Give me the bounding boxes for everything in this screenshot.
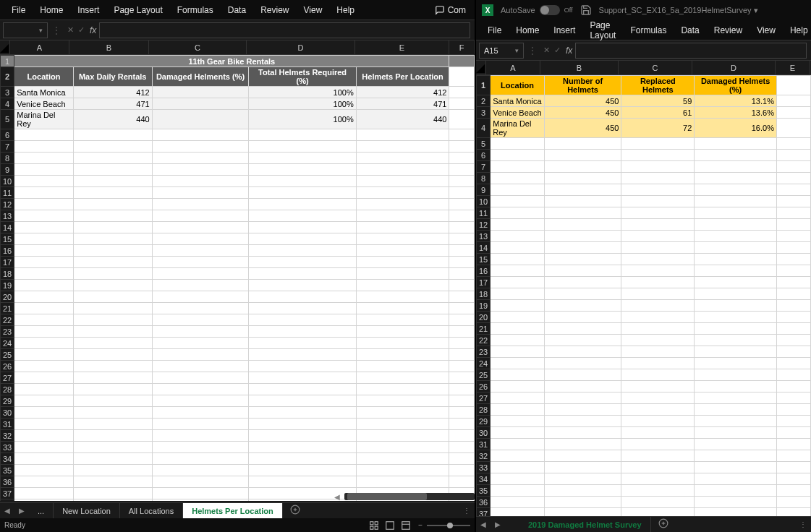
cell[interactable]	[695, 300, 777, 312]
table-row[interactable]: 13	[1, 210, 475, 222]
cell[interactable]	[449, 164, 475, 176]
row-header[interactable]: 28	[477, 404, 491, 416]
row-header[interactable]: 20	[477, 312, 491, 323]
cell[interactable]	[449, 303, 475, 314]
table-row[interactable]: 20	[477, 312, 811, 323]
cell[interactable]	[14, 129, 74, 141]
table-row[interactable]: 16	[477, 265, 811, 277]
cell[interactable]	[491, 277, 544, 288]
cell[interactable]	[621, 416, 695, 427]
cell[interactable]	[491, 346, 544, 358]
cell[interactable]	[73, 233, 152, 245]
cell[interactable]: Venice Beach	[14, 98, 74, 110]
cell[interactable]: 440	[356, 110, 449, 129]
cell[interactable]	[695, 462, 777, 473]
cell[interactable]	[152, 245, 249, 257]
cell[interactable]	[544, 277, 621, 288]
cell[interactable]: 412	[73, 87, 152, 98]
row-header[interactable]: 26	[1, 361, 14, 372]
cell[interactable]	[14, 153, 74, 164]
cell[interactable]: Venice Beach	[491, 107, 544, 119]
save-icon[interactable]	[580, 4, 592, 16]
tab-formulas[interactable]: Formulas	[623, 20, 674, 40]
cell[interactable]	[249, 349, 356, 361]
select-all-corner[interactable]: ◢	[0, 40, 10, 54]
col-header-e[interactable]: E	[355, 40, 449, 54]
cell[interactable]	[14, 291, 74, 303]
row-header[interactable]: 21	[477, 323, 491, 335]
cell[interactable]	[152, 199, 249, 210]
cell[interactable]	[356, 349, 449, 361]
cell[interactable]	[152, 395, 249, 407]
cell[interactable]	[449, 314, 475, 326]
cell[interactable]	[776, 508, 810, 517]
table-row[interactable]: 3 Venice Beach 450 61 13.6%	[477, 107, 811, 119]
cell[interactable]: 471	[73, 98, 152, 110]
cell[interactable]	[14, 141, 74, 153]
cell[interactable]	[621, 439, 695, 450]
cell[interactable]	[776, 242, 810, 254]
header-location[interactable]: Location	[14, 67, 74, 87]
row-header[interactable]: 17	[477, 277, 491, 288]
cell[interactable]	[491, 196, 544, 207]
table-row[interactable]: 15	[1, 233, 475, 245]
header-replaced[interactable]: Replaced Helmets	[621, 76, 695, 95]
cell[interactable]	[544, 497, 621, 508]
row-header[interactable]: 32	[1, 430, 14, 442]
cell[interactable]	[73, 164, 152, 176]
table-row[interactable]: 8	[1, 153, 475, 164]
cell[interactable]	[14, 453, 74, 465]
cell[interactable]	[621, 369, 695, 381]
cell[interactable]	[695, 369, 777, 381]
table-row[interactable]: 18	[1, 268, 475, 280]
toggle-icon[interactable]	[540, 5, 560, 15]
cell[interactable]	[621, 346, 695, 358]
cell[interactable]	[776, 138, 810, 150]
cell[interactable]	[776, 392, 810, 404]
row-header[interactable]: 26	[477, 381, 491, 392]
cell[interactable]	[695, 254, 777, 265]
cell[interactable]	[249, 442, 356, 453]
cell[interactable]	[621, 508, 695, 517]
cell[interactable]	[621, 462, 695, 473]
row-header[interactable]: 3	[477, 107, 491, 119]
table-row[interactable]: 30	[477, 427, 811, 439]
cell[interactable]	[491, 508, 544, 517]
cell[interactable]	[152, 384, 249, 395]
cell[interactable]	[695, 161, 777, 173]
cell[interactable]	[152, 419, 249, 430]
cell[interactable]	[73, 465, 152, 476]
cell[interactable]	[491, 485, 544, 497]
cell[interactable]	[491, 462, 544, 473]
row-header[interactable]: 36	[477, 497, 491, 508]
row-header[interactable]: 33	[477, 462, 491, 473]
cell[interactable]	[14, 384, 74, 395]
cell[interactable]	[544, 381, 621, 392]
row-header[interactable]: 13	[477, 231, 491, 242]
cell[interactable]	[491, 265, 544, 277]
table-row[interactable]: 36	[1, 476, 475, 488]
fx-icon[interactable]: fx	[566, 46, 572, 56]
table-row[interactable]: 8	[477, 173, 811, 184]
row-header[interactable]: 1	[1, 56, 14, 67]
cell[interactable]	[14, 268, 74, 280]
cell[interactable]	[73, 176, 152, 187]
row-header[interactable]: 17	[1, 257, 14, 268]
table-row[interactable]: 20	[1, 291, 475, 303]
cell[interactable]: 13.1%	[695, 95, 777, 107]
table-row[interactable]: 34	[1, 453, 475, 465]
table-row[interactable]: 26	[477, 381, 811, 392]
table-row[interactable]: 19	[477, 300, 811, 312]
table-row[interactable]: 2 Santa Monica 450 59 13.1%	[477, 95, 811, 107]
cell[interactable]	[544, 439, 621, 450]
comments-button[interactable]: Com	[430, 5, 470, 15]
cell[interactable]	[776, 485, 810, 497]
cell[interactable]	[152, 303, 249, 314]
page-layout-view-icon[interactable]	[385, 520, 395, 531]
row-header[interactable]: 22	[477, 335, 491, 346]
cell[interactable]	[544, 404, 621, 416]
cell[interactable]	[152, 488, 249, 499]
cell[interactable]: 61	[621, 107, 695, 119]
cell[interactable]	[152, 129, 249, 141]
cell[interactable]	[356, 199, 449, 210]
